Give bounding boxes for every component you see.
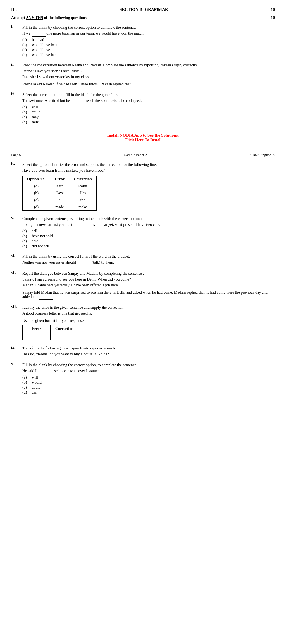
option-iii-c: (c) may	[22, 115, 275, 119]
option-x-a: (a) will	[22, 375, 275, 380]
q-x-options: (a) will (b) would (c) could (d) can	[22, 375, 275, 395]
q-v-text: Complete the given sentence, by filling …	[22, 216, 160, 228]
option-iii-d: (d) must	[22, 120, 275, 125]
opt-label-iii-c: (c)	[22, 115, 30, 119]
q-i-text: Fill in the blank by choosing the correc…	[22, 25, 144, 37]
table-cell	[23, 332, 51, 340]
option-x-b: (b) would	[22, 380, 275, 385]
q-ii-text1: Read the conversation between Reena and …	[22, 63, 198, 67]
blank-i	[32, 30, 46, 37]
opt-text-i-b: would have been	[32, 43, 58, 47]
q-i-text1: Fill in the blank by choosing the correc…	[22, 25, 136, 30]
opt-text-iii-d: must	[32, 120, 39, 125]
opt-label-x-d: (d)	[22, 390, 30, 395]
option-i-b: (b) would have been	[22, 43, 275, 47]
q-vii-text3: Madan: I came here yesterday. I have bee…	[22, 283, 119, 287]
option-i-a: (a) had had	[22, 38, 275, 42]
question-i-row: i. Fill in the blank by choosing the cor…	[11, 25, 275, 37]
option-iii-b: (b) could	[22, 110, 275, 114]
q-viii-table: Error Correction	[22, 325, 78, 340]
q-vi-text2: Neither you nor your sister should (talk…	[22, 260, 114, 264]
blank-x	[37, 368, 51, 374]
q-x-text1: Fill in the blank by choosing the correc…	[22, 363, 137, 367]
q-ii-text3: Rakesh : I saw them yesterday in my clas…	[22, 75, 90, 79]
opt-text-x-b: would	[32, 380, 42, 385]
q-i-options: (a) had had (b) would have been (c) woul…	[22, 38, 275, 57]
section-number: III.	[11, 8, 17, 12]
q-ix-text: Transform the following direct speech in…	[22, 345, 116, 357]
q-num-v: v.	[11, 216, 20, 228]
option-x-c: (c) could	[22, 385, 275, 390]
q-iii-text: Select the correct option to fill in the…	[22, 92, 142, 104]
q-iv-table: Option No. Error Correction (a) learn le…	[22, 176, 97, 211]
table-cell: the	[69, 197, 96, 204]
table-cell: made	[50, 204, 69, 211]
table-header-correction-viii: Correction	[51, 325, 78, 332]
opt-text-x-d: can	[32, 390, 37, 395]
footer-center: Sample Paper 2	[124, 153, 147, 157]
footer-right: CBSE English X	[250, 153, 275, 157]
opt-label-v-d: (d)	[22, 244, 30, 248]
opt-text-v-c: sold	[32, 239, 38, 243]
opt-text-v-d: did not sell	[32, 244, 49, 248]
instruction-row: Attempt ANY TEN of the following questio…	[11, 16, 275, 20]
question-vi: vi. Fill in the blank by using the corre…	[11, 253, 275, 265]
table-cell: (b)	[23, 190, 50, 197]
q-viii-format: Use the given format for your response.	[22, 319, 275, 323]
opt-text-iii-c: may	[32, 115, 39, 119]
question-x-row: x. Fill in the blank by choosing the cor…	[11, 362, 275, 374]
q-viii-text: Identify the error in the given sentence…	[22, 305, 125, 316]
table-row	[23, 332, 78, 340]
opt-label-iii-b: (b)	[22, 110, 30, 114]
instruction-score: 10	[271, 16, 275, 20]
instruction-text: Attempt ANY TEN of the following questio…	[11, 16, 87, 20]
section-header: III. SECTION B- GRAMMAR 10	[11, 6, 275, 13]
question-viii-row: viii. Identify the error in the given se…	[11, 305, 275, 316]
blank-iii	[71, 98, 85, 104]
table-row: (b) Have Has	[23, 190, 97, 197]
q-ii-text4: Reena asked Rakesh if he had seen 'Three…	[22, 82, 147, 86]
q-ix-text2: He said, “Reena, do you want to buy a ho…	[22, 352, 111, 356]
blank-ii	[132, 82, 146, 87]
option-v-c: (c) sold	[22, 239, 275, 243]
q-viii-text1: Identify the error in the given sentence…	[22, 305, 125, 310]
footer-left: Page 6	[11, 153, 21, 157]
q-i-text2: If we one more batsman in our team, we w…	[22, 31, 144, 35]
option-i-c: (c) would have	[22, 48, 275, 52]
q-ii-text: Read the conversation between Reena and …	[22, 62, 198, 80]
opt-text-v-a: sell	[32, 229, 37, 233]
q-x-text2: He said I use his car whenever I wanted.	[22, 369, 101, 373]
q-vii-text: Report the dialogue between Sanjay and M…	[22, 270, 144, 288]
q-iii-options: (a) will (b) could (c) may (d) must	[22, 105, 275, 125]
opt-label-x-b: (b)	[22, 380, 30, 385]
q-v-options: (a) sell (b) have not sold (c) sold (d) …	[22, 229, 275, 248]
question-ix: ix. Transform the following direct speec…	[11, 345, 275, 357]
page-section: III. SECTION B- GRAMMAR 10 Attempt ANY T…	[11, 6, 275, 395]
opt-label-x-c: (c)	[22, 385, 30, 390]
table-header-correction: Correction	[69, 176, 96, 183]
blank-vii	[39, 295, 53, 300]
q-ix-text1: Transform the following direct speech in…	[22, 346, 116, 350]
opt-text-i-d: would have had	[32, 53, 57, 57]
q-v-text2: I bought a new car last year, but I my o…	[22, 222, 160, 227]
table-row: (d) made make	[23, 204, 97, 211]
opt-label-v-b: (b)	[22, 234, 30, 238]
q-num-i: i.	[11, 25, 20, 37]
table-cell: make	[69, 204, 96, 211]
install-box[interactable]: Install NODIA App to See the Solutions. …	[11, 133, 275, 142]
blank-vi	[77, 259, 91, 265]
question-i: i. Fill in the blank by choosing the cor…	[11, 25, 275, 57]
opt-text-x-a: will	[32, 375, 38, 380]
q-vii-text2: Sanjay: I am surprised to see you here i…	[22, 277, 131, 281]
q-vi-text1: Fill in the blank by using the correct f…	[22, 254, 130, 258]
opt-text-v-b: have not sold	[32, 234, 53, 238]
opt-label-iii-d: (d)	[22, 120, 30, 125]
q-num-vii: vii.	[11, 270, 20, 288]
table-header-optno: Option No.	[23, 176, 50, 183]
q-vi-text: Fill in the blank by using the correct f…	[22, 253, 130, 265]
q-iii-text2: The swimmer was tired but he reach the s…	[22, 99, 142, 103]
table-row: (a) learn learnt	[23, 183, 97, 190]
q-vii-subtext: Sanjay told Madan that he was surprised …	[22, 290, 275, 300]
question-vii-row: vii. Report the dialogue between Sanjay …	[11, 270, 275, 288]
table-cell: (d)	[23, 204, 50, 211]
